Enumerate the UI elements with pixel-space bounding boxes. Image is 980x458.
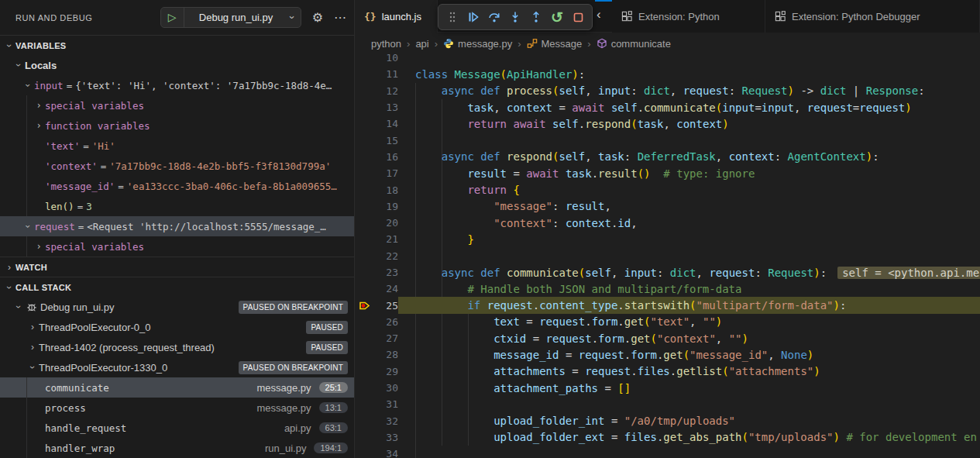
chevron-down-icon[interactable]: › <box>4 40 15 52</box>
watch-section-header[interactable]: › WATCH <box>0 257 354 277</box>
code-line[interactable]: 21 } <box>355 231 980 247</box>
special-variables-row[interactable]: › special variables <box>0 95 354 115</box>
breadcrumb-item-file[interactable]: message.py <box>443 38 512 50</box>
stack-frame-row[interactable]: handler_wrap run_ui.py 194:1 <box>0 438 354 458</box>
variable-row-message-id[interactable]: 'message_id' = 'ea133ccc-3ba0-406c-befa-… <box>0 176 354 196</box>
variable-row-context[interactable]: 'context' = '7a17bb9c-18d8-4e2b-bbf5-f3f… <box>0 156 354 176</box>
variables-section-header[interactable]: › VARIABLES <box>0 35 354 55</box>
chevron-right-icon[interactable]: › <box>33 120 45 131</box>
breadcrumb-item-python[interactable]: python <box>371 38 401 50</box>
code-token: . <box>592 332 598 345</box>
breadcrumb-item-api[interactable]: api <box>415 38 428 50</box>
code-line[interactable]: 22 <box>355 248 980 264</box>
variable-row-text[interactable]: 'text' = 'Hi' <box>0 136 354 156</box>
breakpoint-paused-icon[interactable] <box>355 300 373 312</box>
step-out-button[interactable] <box>528 8 545 26</box>
start-debug-icon[interactable]: ▷ <box>161 8 184 27</box>
chevron-right-icon[interactable]: › <box>33 100 45 111</box>
restart-button[interactable]: ↺ <box>548 8 566 26</box>
function-variables-row[interactable]: › function variables <box>0 115 354 136</box>
code-line[interactable]: 13 task, context = await self.communicat… <box>355 99 980 115</box>
code-line[interactable]: 23 async def communicate(self, input: di… <box>355 264 980 281</box>
code-line[interactable]: 18 return { <box>355 181 980 198</box>
equals-sign: = <box>115 181 127 192</box>
tab-bar: {} launch.js <box>355 0 980 33</box>
code-line[interactable]: 25 if request.content_type.startswith("m… <box>355 297 980 313</box>
code-line[interactable]: 17 result = await task.result() # type: … <box>355 165 980 181</box>
special-variables-row[interactable]: › special variables <box>0 236 354 257</box>
code-line[interactable]: 34 <box>355 446 980 458</box>
chevron-down-icon[interactable]: › <box>13 301 24 313</box>
more-actions-icon[interactable]: ⋯ <box>334 10 346 25</box>
call-stack-section-header[interactable]: › CALL STACK <box>0 277 354 297</box>
chevron-right-icon[interactable]: › <box>33 241 45 252</box>
code-token: async <box>442 150 474 163</box>
chevron-down-icon[interactable]: › <box>22 220 33 232</box>
scroll-tabs-left-icon[interactable]: ‹ <box>597 7 601 22</box>
code-token: request <box>859 102 905 114</box>
tab-extension-python[interactable]: Extension: Python <box>612 0 765 33</box>
code-line[interactable]: 15 <box>355 132 980 148</box>
debug-session-row[interactable]: › Debug run_ui.py PAUSED ON BREAKPOINT <box>0 297 354 317</box>
stop-button[interactable] <box>569 8 586 26</box>
gear-icon[interactable]: ⚙ <box>312 10 323 25</box>
breadcrumb-item-method[interactable]: communicate <box>597 38 671 50</box>
code-line[interactable]: 16 async def respond(self, task: Deferre… <box>355 149 980 165</box>
line-number: 27 <box>373 332 398 344</box>
chevron-down-icon[interactable]: › <box>4 281 15 294</box>
breadcrumb-label: message.py <box>458 38 512 50</box>
breadcrumb-separator: › <box>518 38 521 50</box>
equals-sign: = <box>64 80 76 91</box>
code-line[interactable]: 30 attachment_paths = [] <box>355 380 980 396</box>
thread-label: ThreadPoolExecutor-1330_0 <box>39 362 167 374</box>
code-token: ( <box>689 299 696 312</box>
tab-launch-json[interactable]: {} launch.js <box>355 0 438 33</box>
variables-scope-locals[interactable]: › Locals <box>0 55 354 75</box>
chevron-right-icon[interactable]: › <box>26 342 39 353</box>
code-token <box>840 431 846 443</box>
breadcrumb-item-class[interactable]: Message <box>527 38 583 50</box>
variable-row-request[interactable]: › request = <Request 'http://localhost:5… <box>0 216 354 236</box>
variable-value: <Request 'http://localhost:5555/message_… <box>87 221 326 232</box>
stack-frame-row[interactable]: communicate message.py 25:1 <box>0 377 354 398</box>
code-line[interactable]: 28 message_id = request.form.get("messag… <box>355 346 980 363</box>
group-label: special variables <box>45 100 144 112</box>
code-token: DeferredTask <box>638 150 716 163</box>
code-token: "tmp/uploads" <box>748 431 834 443</box>
stack-frame-row[interactable]: process message.py 13:1 <box>0 398 354 418</box>
debug-config-dropdown[interactable]: ▷ Debug run_ui.py › <box>160 7 301 28</box>
chevron-down-icon[interactable]: › <box>27 361 38 374</box>
step-into-button[interactable] <box>507 8 524 26</box>
code-token: async <box>442 84 474 97</box>
tab-extension-python-debugger[interactable]: Extension: Python Debugger <box>765 0 980 33</box>
code-line[interactable]: 31 <box>355 396 980 412</box>
thread-row[interactable]: › Thread-1402 (process_request_thread) P… <box>0 337 354 357</box>
chevron-down-icon[interactable]: › <box>22 79 33 91</box>
code-line[interactable]: 33 upload_folder_ext = files.get_abs_pat… <box>355 429 980 446</box>
code-token: , <box>631 217 637 229</box>
thread-row[interactable]: › ThreadPoolExecutor-1330_0 PAUSED ON BR… <box>0 357 354 377</box>
code-line[interactable]: 32 upload_folder_int = "/a0/tmp/uploads" <box>355 413 980 429</box>
variable-row-len[interactable]: len() = 3 <box>0 196 354 216</box>
code-line[interactable]: 12 async def process(self, input: dict, … <box>355 83 980 99</box>
chevron-right-icon[interactable]: › <box>26 322 39 332</box>
stack-frame-row[interactable]: handle_request api.py 63:1 <box>0 418 354 438</box>
code-line[interactable]: 11class Message(ApiHandler): <box>355 66 980 82</box>
code-token: : <box>729 84 742 97</box>
code-line[interactable]: 29 attachments = request.files.getlist("… <box>355 363 980 380</box>
thread-row[interactable]: › ThreadPoolExecutor-0_0 PAUSED <box>0 317 354 337</box>
drag-handle-icon[interactable] <box>444 8 461 26</box>
code-line[interactable]: 27 ctxid = request.form.get("context", "… <box>355 330 980 346</box>
code-line[interactable]: 20 "context": context.id, <box>355 215 980 231</box>
code-line[interactable]: 14 return await self.respond(task, conte… <box>355 115 980 132</box>
chevron-right-icon[interactable]: › <box>3 262 15 273</box>
step-over-button[interactable] <box>486 8 503 26</box>
code-token: { <box>513 184 519 196</box>
continue-button[interactable] <box>465 8 482 26</box>
variable-row-input[interactable]: › input = {'text': 'Hi', 'context': '7a1… <box>0 75 354 95</box>
code-token: form <box>592 315 618 328</box>
code-line[interactable]: 24 # Handle both JSON and multipart/form… <box>355 281 980 297</box>
code-line[interactable]: 19 "message": result, <box>355 198 980 215</box>
code-line[interactable]: 26 text = request.form.get("text", "") <box>355 314 980 330</box>
chevron-down-icon[interactable]: › <box>13 59 24 71</box>
